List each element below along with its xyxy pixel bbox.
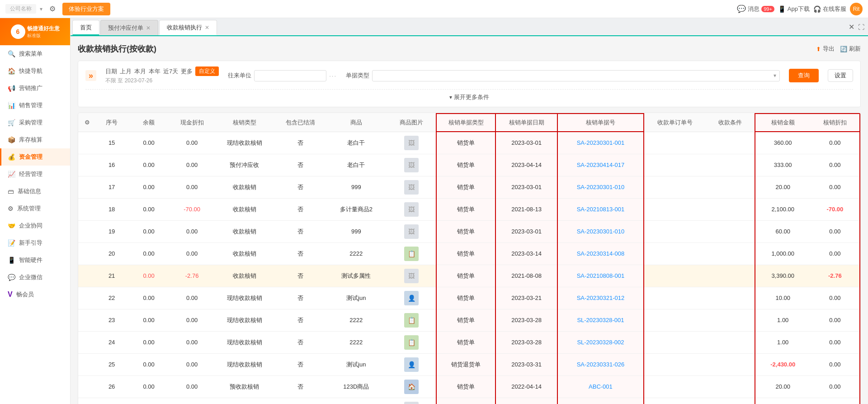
close-window-btn[interactable]: ✕	[849, 23, 854, 31]
table-row-bill-no[interactable]: SA-20230301-010	[557, 176, 644, 198]
date-option-this-month[interactable]: 本月	[134, 67, 146, 76]
table-row-receipt-order	[644, 242, 706, 265]
table-row-bill-no[interactable]: SA-20230301-010	[557, 220, 644, 242]
sidebar-item-quick-nav[interactable]: 🏠 快捷导航	[0, 62, 70, 80]
sidebar: 6 畅捷通好生意 标准版 🔍 搜索菜单 🏠 快捷导航 📢 营销推广 📊 销售管理…	[0, 18, 71, 404]
table-row-writeoff-amount: 2,100.00	[755, 198, 811, 220]
export-btn[interactable]: ⬆ 导出	[816, 45, 835, 53]
smart-hw-icon: 📱	[8, 257, 15, 264]
table-row-bill-no[interactable]: SA-20230331-026	[557, 353, 644, 375]
expand-filter-icon[interactable]: »	[85, 70, 96, 81]
online-service[interactable]: 🎧 在线客服	[813, 5, 846, 13]
wechat-icon: 💬	[8, 274, 15, 281]
user-avatar: Rit	[850, 3, 863, 15]
table-row-include-settled: 否	[275, 265, 326, 287]
tab-prepay[interactable]: 预付冲应付单 ✕	[100, 20, 158, 35]
table-row-bill-no[interactable]: SA-20210808-001	[557, 265, 644, 287]
sidebar-item-sales[interactable]: 📊 销售管理	[0, 97, 70, 114]
sidebar-item-inventory[interactable]: 📦 库存核算	[0, 131, 70, 148]
table-row-bill-no[interactable]: ABC-001	[557, 375, 644, 398]
sidebar-item-finance[interactable]: 💰 资金管理	[0, 148, 70, 166]
sidebar-item-newbie[interactable]: 📝 新手引导	[0, 234, 70, 252]
col-settings[interactable]: ⚙	[78, 114, 96, 132]
table-row-writeoff-discount: 0.00	[811, 287, 860, 309]
industry-btn[interactable]: 体验行业方案	[62, 3, 110, 15]
date-option-7days[interactable]: 近7天	[163, 67, 178, 76]
custom-date-btn[interactable]: 自定义	[195, 67, 219, 76]
table-row-writeoff-amount: 20.00	[755, 176, 811, 198]
table-row-bill-no[interactable]: SL-20230408-001	[557, 398, 644, 404]
col-include-settled: 包含已结清	[275, 114, 326, 132]
table-row-settings	[78, 198, 96, 220]
refresh-btn[interactable]: 🔄 刷新	[840, 45, 861, 53]
expand-conditions-btn[interactable]: ▾ 展开更多条件	[449, 93, 489, 101]
table-row-bill-date: 2023-03-01	[495, 176, 557, 198]
tab-bar: 首页 预付冲应付单 ✕ 收款核销执行 ✕ ✕ ⛶	[71, 18, 868, 36]
sales-icon: 📊	[8, 102, 15, 109]
sidebar-item-marketing[interactable]: 📢 营销推广	[0, 80, 70, 97]
table-row-product: 测试jun	[326, 287, 387, 309]
sidebar-item-search[interactable]: 🔍 搜索菜单	[0, 45, 70, 62]
date-option-this-year[interactable]: 本年	[149, 67, 160, 76]
table-row-product: 老白干	[326, 132, 387, 154]
purchase-icon: 🛒	[8, 119, 15, 126]
sidebar-item-smart-hw[interactable]: 📱 智能硬件	[0, 252, 70, 269]
table-row-cash-discount: 0.00	[170, 287, 214, 309]
notification-area[interactable]: 💬 消息 99+	[737, 5, 774, 13]
table-row-bill-report-type: 销货单	[436, 309, 495, 331]
table-row-seq: 24	[96, 331, 127, 353]
tab-home[interactable]: 首页	[72, 20, 99, 35]
table-row-bill-report-type: 销货单	[436, 398, 495, 404]
sidebar-item-purchase[interactable]: 🛒 采购管理	[0, 114, 70, 131]
table-row-bill-no[interactable]: SA-20230301-001	[557, 132, 644, 154]
table-row-product: 测试jun	[326, 353, 387, 375]
table-row-include-settled: 否	[275, 154, 326, 176]
sidebar-item-member[interactable]: V 畅会员	[0, 286, 70, 303]
table-row-cash-discount: 0.00	[170, 220, 214, 242]
logo-text: 畅捷通好生意	[27, 25, 60, 33]
col-receipt-order: 收款单订单号	[644, 114, 706, 132]
sidebar-item-basic-info[interactable]: 🗃 基础信息	[0, 183, 70, 200]
tab-collection-close[interactable]: ✕	[205, 24, 209, 31]
table-row-bill-no[interactable]: SA-20230321-012	[557, 287, 644, 309]
gear-icon[interactable]: ⚙	[46, 3, 59, 15]
date-option-last-month[interactable]: 上月	[120, 67, 132, 76]
col-seq: 序号	[96, 114, 127, 132]
tab-prepay-close[interactable]: ✕	[146, 25, 151, 31]
table-row-bill-date: 2023-03-01	[495, 132, 557, 154]
company-name: 公司名称	[5, 4, 36, 14]
table-row-include-settled: 否	[275, 132, 326, 154]
sidebar-item-system[interactable]: ⚙ 系统管理	[0, 200, 70, 217]
settings-btn[interactable]: 设置	[828, 69, 853, 82]
sidebar-item-operations[interactable]: 📈 经营管理	[0, 166, 70, 183]
table-row-seq: 20	[96, 242, 127, 265]
bill-type-select[interactable]	[372, 70, 780, 81]
table-row-include-settled: 否	[275, 176, 326, 198]
table-wrapper: ⚙ 序号 余额 现金折扣 核销类型 包含已结清 商品 商品图片 核销单据类型 核…	[78, 113, 861, 404]
maximize-btn[interactable]: ⛶	[858, 23, 864, 30]
search-icon: 🔍	[8, 50, 15, 57]
page-title: 收款核销执行(按收款)	[78, 43, 156, 54]
table-row-settings	[78, 265, 96, 287]
table-row-bill-no[interactable]: SL-20230328-001	[557, 309, 644, 331]
sidebar-item-enterprise[interactable]: 🤝 企业协同	[0, 217, 70, 234]
table-row-balance: 0.00	[127, 353, 170, 375]
partner-input[interactable]	[254, 70, 326, 81]
sidebar-item-wechat[interactable]: 💬 企业微信	[0, 269, 70, 286]
table-row-writeoff-type: 现结收款核销	[213, 398, 275, 404]
table-row-product: 衣服00001	[326, 398, 387, 404]
table-row-product-img: 🖼	[387, 220, 436, 242]
app-download[interactable]: 📱 App下载	[778, 5, 810, 13]
table-row-bill-no[interactable]: SA-20230414-017	[557, 154, 644, 176]
date-option-more[interactable]: 更多	[181, 67, 193, 76]
sidebar-label-smart-hw: 智能硬件	[19, 256, 42, 264]
table-row-receipt-order	[644, 220, 706, 242]
table-row-writeoff-type: 预付冲应收	[213, 154, 275, 176]
table-row-receipt-order	[644, 309, 706, 331]
table-row-bill-no[interactable]: SA-20230314-008	[557, 242, 644, 265]
table-row-bill-no[interactable]: SA-20210813-001	[557, 198, 644, 220]
table-row-settings	[78, 242, 96, 265]
query-btn[interactable]: 查询	[789, 69, 819, 82]
table-row-bill-no[interactable]: SL-20230328-002	[557, 331, 644, 353]
tab-collection[interactable]: 收款核销执行 ✕	[159, 20, 217, 35]
